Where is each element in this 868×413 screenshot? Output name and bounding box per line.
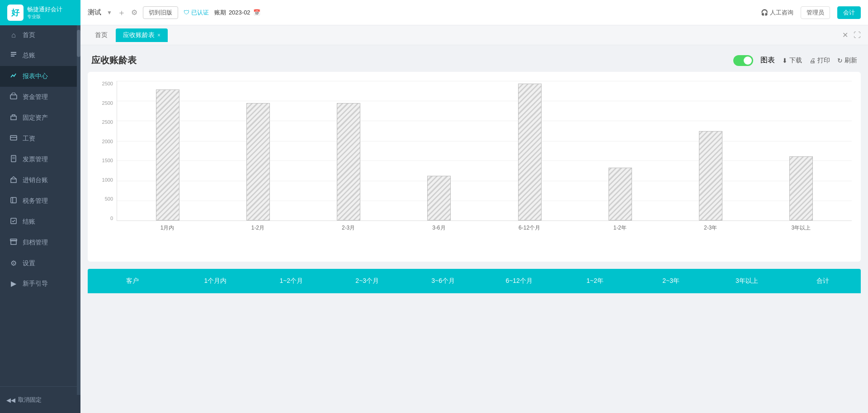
reports-icon <box>9 72 18 81</box>
svg-rect-3 <box>10 95 17 99</box>
stock-icon <box>9 176 18 185</box>
manager-btn[interactable]: 管理员 <box>801 6 830 19</box>
y-label-0: 0 <box>110 216 113 221</box>
download-btn[interactable]: ⬇ 下载 <box>782 56 802 65</box>
svg-rect-0 <box>11 52 16 53</box>
th-3plus-year: 3年以上 <box>709 269 785 293</box>
bar-1-2month-fill <box>246 103 270 221</box>
th-2-3year: 2~3年 <box>633 269 709 293</box>
bar-2-3month <box>305 81 392 221</box>
tab-close-btn[interactable]: × <box>157 32 160 38</box>
closing-icon <box>9 217 18 226</box>
tax-icon <box>9 197 18 206</box>
bar-chart: 2500 2500 2500 2000 1500 1000 500 0 <box>97 81 852 235</box>
sidebar-item-reports[interactable]: 报表中心 <box>0 66 80 87</box>
sidebar-item-assets[interactable]: 固定资产 <box>0 108 80 128</box>
y-label-1000: 1000 <box>102 177 113 183</box>
sidebar-item-tax[interactable]: 税务管理 <box>0 191 80 211</box>
tabs-bar: 首页 应收账龄表 × ✕ ⛶ <box>80 25 868 45</box>
module-dropdown-arrow[interactable]: ▼ <box>107 9 112 16</box>
logo-icon: 好 <box>7 5 24 21</box>
chart-toggle[interactable] <box>733 55 753 66</box>
ledger-icon <box>9 51 18 60</box>
archive-icon <box>9 238 18 247</box>
th-3-6month: 3~6个月 <box>405 269 481 293</box>
main-content: 测试 ▼ ＋ ⚙ 切到旧版 🛡 已认证 账期 2023-02 📅 🎧 人工咨询 … <box>80 0 868 413</box>
expand-window-btn[interactable]: ⛶ <box>854 31 861 39</box>
th-2-3month: 2~3个月 <box>329 269 405 293</box>
page-content: 应收账龄表 图表 ⬇ 下载 🖨 打印 ↻ 刷新 <box>80 45 868 413</box>
home-icon: ⌂ <box>9 31 18 39</box>
th-1month: 1个月内 <box>177 269 253 293</box>
bar-3plus-year <box>758 81 844 221</box>
cancel-fixed-btn[interactable]: ◀◀ 取消固定 <box>0 391 80 408</box>
tabs-right-controls: ✕ ⛶ <box>842 31 861 39</box>
tab-home[interactable]: 首页 <box>88 28 115 42</box>
bar-6-12month <box>486 81 573 221</box>
pin-left-icon: ◀◀ <box>6 397 15 404</box>
svg-rect-1 <box>11 54 16 55</box>
calendar-icon[interactable]: 📅 <box>253 9 260 16</box>
current-module-title: 测试 <box>88 8 101 17</box>
th-total: 合计 <box>785 269 861 293</box>
app-logo: 好 畅捷通好会计 专业版 <box>0 0 80 25</box>
bar-6-12month-fill <box>518 84 542 221</box>
sidebar-item-payroll[interactable]: 工资 <box>0 128 80 149</box>
sidebar-item-guide[interactable]: ▶ 新手引导 <box>0 273 80 294</box>
settings-gear-icon[interactable]: ⚙ <box>131 8 137 17</box>
certified-badge: 🛡 已认证 <box>184 9 209 17</box>
funds-icon <box>9 93 18 102</box>
svg-rect-10 <box>11 179 16 183</box>
bar-2-3year-fill <box>699 131 722 221</box>
sidebar-nav: ⌂ 首页 总账 报表中心 资金管理 <box>0 25 80 386</box>
guide-icon: ▶ <box>9 279 18 288</box>
print-btn[interactable]: 🖨 打印 <box>809 56 830 65</box>
topbar: 测试 ▼ ＋ ⚙ 切到旧版 🛡 已认证 账期 2023-02 📅 🎧 人工咨询 … <box>80 0 868 25</box>
x-label-3-6month: 3-6月 <box>396 224 482 232</box>
accountant-btn[interactable]: 会计 <box>837 6 861 19</box>
close-window-btn[interactable]: ✕ <box>842 31 848 39</box>
sidebar-item-settings[interactable]: ⚙ 设置 <box>0 253 80 273</box>
y-label-1500: 1500 <box>102 158 113 163</box>
sidebar: 好 畅捷通好会计 专业版 ⌂ 首页 总账 报表中心 <box>0 0 80 413</box>
sidebar-item-closing[interactable]: 结账 <box>0 211 80 232</box>
report-header: 应收账龄表 图表 ⬇ 下载 🖨 打印 ↻ 刷新 <box>80 45 868 72</box>
bar-1month <box>124 81 211 221</box>
sidebar-item-stock[interactable]: 进销台账 <box>0 170 80 191</box>
chart-area: 2500 2500 2500 2000 1500 1000 500 0 <box>88 72 861 262</box>
report-title: 应收账龄表 <box>91 54 137 66</box>
shield-certified-icon: 🛡 <box>184 9 189 16</box>
bar-1-2year-fill <box>609 168 632 221</box>
logo-text: 畅捷通好会计 专业版 <box>27 6 62 19</box>
payroll-icon <box>9 134 18 143</box>
y-label-2500-top: 2500 <box>102 81 113 86</box>
sidebar-item-ledger[interactable]: 总账 <box>0 45 80 66</box>
download-icon: ⬇ <box>782 57 788 64</box>
invoice-icon <box>9 155 18 164</box>
print-icon: 🖨 <box>809 57 816 64</box>
report-container: 应收账龄表 图表 ⬇ 下载 🖨 打印 ↻ 刷新 <box>80 45 868 413</box>
svg-rect-11 <box>11 197 16 203</box>
bar-3-6month <box>396 81 482 221</box>
consult-btn[interactable]: 🎧 人工咨询 <box>761 9 793 17</box>
switch-old-version-btn[interactable]: 切到旧版 <box>143 6 178 19</box>
x-label-1-2year: 1-2年 <box>576 224 663 232</box>
sidebar-item-funds[interactable]: 资金管理 <box>0 87 80 108</box>
th-6-12month: 6~12个月 <box>481 269 557 293</box>
y-label-2500-2: 2500 <box>102 100 113 106</box>
sidebar-item-home[interactable]: ⌂ 首页 <box>0 25 80 45</box>
svg-rect-5 <box>10 136 17 140</box>
sidebar-item-archive[interactable]: 归档管理 <box>0 232 80 253</box>
accounting-period: 账期 2023-02 📅 <box>214 9 260 17</box>
refresh-btn[interactable]: ↻ 刷新 <box>837 56 857 65</box>
th-1-2month: 1~2个月 <box>253 269 329 293</box>
x-label-6-12month: 6-12个月 <box>486 224 573 232</box>
svg-rect-2 <box>11 56 14 56</box>
sidebar-item-invoice[interactable]: 发票管理 <box>0 149 80 170</box>
x-label-1-2month: 1-2月 <box>214 224 301 232</box>
x-label-2-3year: 2-3年 <box>667 224 754 232</box>
bar-1-2month <box>215 81 302 221</box>
topbar-right: 🎧 人工咨询 管理员 会计 <box>761 6 861 19</box>
add-tab-btn[interactable]: ＋ <box>118 9 126 17</box>
tab-receivable-aging[interactable]: 应收账龄表 × <box>116 28 168 42</box>
